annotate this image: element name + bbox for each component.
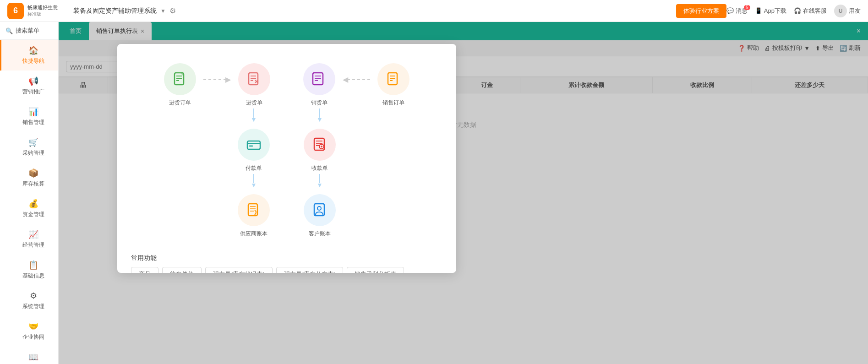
supplier-ledger-label: 供应商账本	[240, 230, 267, 238]
purchase-order-label: 进货订单	[169, 99, 191, 107]
purchase-icon: 🛒	[28, 137, 38, 147]
func-btn-stock-distribution[interactable]: 现存量(库存分布表)	[276, 267, 344, 273]
payment-circle	[238, 129, 270, 161]
node-payment[interactable]: 付款单	[230, 123, 277, 178]
home-icon: 🏠	[28, 45, 38, 55]
modal-overlay: 进货订单 ▶	[59, 22, 868, 364]
purchase-bill-circle	[238, 63, 270, 95]
system-dropdown-icon[interactable]: ▼	[160, 8, 166, 14]
finance-icon: 💰	[28, 199, 38, 209]
search-icon: 🔍	[5, 27, 13, 34]
operations-icon: 📈	[28, 229, 38, 239]
sales-icon: 📊	[28, 107, 38, 117]
trial-button[interactable]: 体验行业方案	[676, 4, 726, 18]
node-sales-bill[interactable]: 销货单	[296, 58, 343, 112]
app-name: 畅康通好生意	[27, 4, 58, 11]
sidebar-item-sales[interactable]: 📊 销售管理	[0, 101, 58, 132]
function-buttons-row: 商品 往来单位 现存量(库存状况表) 现存量(库存分布表) 销售毛利分析表 商品…	[131, 267, 442, 273]
app-version: 标准版	[27, 11, 58, 17]
receipt-label: 收款单	[311, 164, 328, 172]
service-icon: 🎧	[794, 7, 801, 14]
node-purchase-bill[interactable]: 进货单	[231, 58, 278, 112]
svg-rect-12	[248, 204, 257, 216]
search-menu[interactable]: 🔍 搜索菜单	[0, 22, 58, 40]
sales-bill-label: 销货单	[311, 99, 328, 107]
node-purchase-order[interactable]: 进货订单	[157, 58, 203, 112]
customer-ledger-circle	[304, 194, 336, 226]
basic-info-icon: 📋	[28, 260, 38, 270]
inventory-icon: 📦	[28, 168, 38, 178]
node-supplier-ledger[interactable]: 供应商账本	[230, 189, 277, 243]
payment-label: 付款单	[246, 164, 262, 172]
download-icon: 📱	[755, 7, 762, 14]
sidebar-item-basic-info[interactable]: 📋 基础信息	[0, 255, 58, 285]
svg-rect-16	[313, 73, 323, 85]
receipt-circle	[304, 129, 336, 161]
settings-icon[interactable]: ⚙	[169, 6, 176, 15]
svg-rect-9	[247, 141, 260, 149]
sidebar-item-operations[interactable]: 📈 经营管理	[0, 224, 58, 255]
node-sales-order[interactable]: 销售订单	[370, 58, 417, 112]
customer-ledger-label: 客户账本	[309, 230, 331, 238]
sidebar-item-purchase[interactable]: 🛒 采购管理	[0, 132, 58, 163]
sidebar-item-marketing[interactable]: 📢 营销推广	[0, 71, 58, 101]
svg-rect-11	[249, 145, 253, 147]
common-functions-title: 常用功能	[131, 254, 442, 262]
sidebar-item-inventory[interactable]: 📦 库存核算	[0, 163, 58, 193]
sales-order-label: 销售订单	[382, 99, 404, 107]
sidebar-item-quick-nav[interactable]: 🏠 快捷导航	[0, 40, 58, 71]
message-icon: 💬	[726, 7, 734, 14]
user-menu[interactable]: U 用友	[834, 5, 861, 17]
guide-icon: 📖	[28, 352, 38, 362]
sidebar-item-system[interactable]: ⚙ 系统管理	[0, 285, 58, 316]
sidebar-item-enterprise[interactable]: 🤝 企业协同	[0, 316, 58, 347]
sidebar-item-guide[interactable]: 📖 新手引导	[0, 347, 58, 364]
avatar: U	[834, 5, 847, 17]
node-customer-ledger[interactable]: 客户账本	[296, 189, 343, 243]
message-badge: 5	[744, 5, 750, 10]
sidebar-item-finance[interactable]: 💰 资金管理	[0, 193, 58, 224]
func-btn-products[interactable]: 商品	[131, 267, 158, 273]
enterprise-icon: 🤝	[28, 321, 38, 331]
func-btn-counterparts[interactable]: 往来单位	[162, 267, 202, 273]
online-service-button[interactable]: 🎧 在线客服	[794, 7, 827, 15]
flow-diagram: 进货订单 ▶	[131, 58, 442, 243]
system-icon: ⚙	[30, 291, 37, 301]
app-logo: 6	[7, 3, 24, 19]
func-btn-stock-status[interactable]: 现存量(库存状况表)	[205, 267, 273, 273]
flow-modal: 进货订单 ▶	[117, 44, 456, 273]
message-button[interactable]: 💬 消息 5	[726, 7, 748, 15]
app-download-button[interactable]: 📱 App下载	[755, 7, 786, 15]
func-btn-sales-gross[interactable]: 销售毛利分析表	[347, 267, 404, 273]
system-name: 装备及固定资产辅助管理系统	[73, 7, 157, 15]
supplier-ledger-circle	[238, 194, 270, 226]
sales-bill-circle	[303, 63, 335, 95]
common-functions-section: 常用功能 商品 往来单位 现存量(库存状况表) 现存量(库存分布表) 销售毛利分…	[131, 254, 442, 273]
node-receipt[interactable]: 收款单	[296, 123, 343, 178]
purchase-bill-label: 进货单	[246, 99, 262, 107]
sales-order-circle	[377, 63, 409, 95]
svg-point-32	[317, 206, 321, 210]
marketing-icon: 📢	[28, 76, 38, 86]
purchase-order-circle	[164, 63, 196, 95]
